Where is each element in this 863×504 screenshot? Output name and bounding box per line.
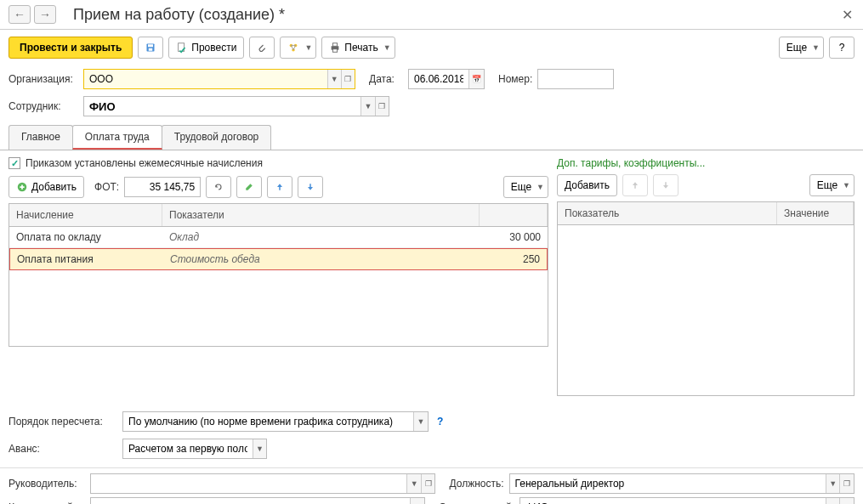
monthly-accruals-label: Приказом установлены ежемесячные начисле… — [26, 157, 263, 169]
nav-back-button[interactable]: ← — [9, 5, 31, 24]
table-row[interactable]: Оплата питания Стоимость обеда 250 — [9, 248, 548, 270]
fot-input[interactable] — [124, 177, 201, 197]
svg-rect-8 — [333, 43, 338, 47]
col-indicator: Показатель — [558, 202, 777, 224]
process-icon — [176, 42, 188, 54]
more-accruals-button[interactable]: Еще ▼ — [503, 176, 548, 198]
open-icon[interactable]: ❐ — [341, 70, 355, 88]
footer: Руководитель: ▼ ❐ Должность: ▼ ❐ Коммент… — [0, 467, 863, 504]
date-input[interactable]: 📅 — [408, 69, 485, 89]
print-button[interactable]: Печать ▼ — [321, 37, 395, 59]
add-indicator-button[interactable]: Добавить — [557, 174, 617, 196]
chevron-down-icon: ▼ — [383, 43, 391, 52]
page-title: Прием на работу (создание) * — [73, 6, 285, 24]
manager-label: Руководитель: — [9, 478, 85, 490]
tab-payment[interactable]: Оплата труда — [72, 125, 162, 150]
tab-contract[interactable]: Трудовой договор — [162, 125, 271, 150]
more-button[interactable]: Еще ▼ — [779, 37, 824, 59]
edit-button[interactable] — [236, 176, 262, 198]
related-button[interactable]: ▼ — [280, 37, 316, 59]
paperclip-icon — [257, 42, 267, 54]
svg-rect-1 — [148, 44, 153, 47]
attach-button[interactable] — [249, 37, 275, 59]
related-icon — [287, 42, 299, 54]
tab-content: ✓ Приказом установлены ежемесячные начис… — [0, 150, 863, 403]
open-icon[interactable]: ❐ — [839, 498, 854, 504]
chevron-down-icon[interactable]: ▼ — [826, 474, 840, 493]
tab-main[interactable]: Главное — [9, 125, 73, 150]
chevron-down-icon: ▼ — [304, 43, 312, 52]
submit-close-button[interactable]: Провести и закрыть — [9, 37, 133, 59]
responsible-input[interactable]: ▼ ❐ — [520, 497, 854, 504]
open-icon[interactable]: ❐ — [421, 474, 435, 493]
calendar-icon[interactable]: 📅 — [468, 70, 484, 88]
advance-select[interactable]: ▼ — [122, 439, 267, 459]
add-accrual-button[interactable]: Добавить — [9, 176, 84, 198]
number-label: Номер: — [498, 73, 532, 85]
titlebar: ← → Прием на работу (создание) * ✕ — [0, 0, 863, 30]
org-label: Организация: — [9, 73, 78, 85]
col-indicators: Показатели — [162, 204, 480, 226]
tabs: Главное Оплата труда Трудовой договор — [0, 125, 863, 150]
advance-label: Аванс: — [9, 443, 117, 455]
chevron-down-icon: ▼ — [537, 183, 544, 191]
save-button[interactable] — [138, 37, 163, 59]
main-toolbar: Провести и закрыть Провести ▼ Печать ▼ Е… — [0, 30, 863, 65]
process-button[interactable]: Провести — [168, 37, 244, 59]
employee-input[interactable]: ▼ ❐ — [83, 96, 389, 116]
move-down-button[interactable] — [298, 176, 323, 198]
chevron-down-icon: ▼ — [812, 43, 820, 52]
number-input[interactable] — [537, 69, 614, 89]
col-value: Значение — [777, 202, 854, 224]
org-input[interactable]: ▼ ❐ — [83, 69, 355, 89]
col-accrual: Начисление — [9, 204, 162, 226]
move-up-right-button[interactable] — [622, 174, 648, 196]
print-icon — [329, 42, 341, 54]
close-icon[interactable]: ✕ — [842, 7, 853, 23]
move-up-button[interactable] — [267, 176, 292, 198]
arrow-down-icon — [661, 179, 671, 191]
recalc-select[interactable]: ▼ — [122, 411, 429, 432]
chevron-down-icon[interactable]: ▼ — [253, 439, 266, 458]
date-label: Дата: — [369, 73, 403, 85]
chevron-down-icon[interactable]: ▼ — [406, 474, 421, 493]
fot-label: ФОТ: — [94, 181, 119, 193]
nav-forward-button[interactable]: → — [34, 5, 56, 24]
refresh-button[interactable] — [206, 176, 231, 198]
more-right-button[interactable]: Еще ▼ — [809, 174, 854, 196]
position-input[interactable]: ▼ ❐ — [509, 473, 854, 494]
table-row[interactable]: Оплата по окладу Оклад 30 000 — [9, 227, 548, 248]
chevron-down-icon[interactable]: ▼ — [413, 412, 428, 431]
ellipsis-icon[interactable]: … — [410, 498, 424, 504]
help-icon[interactable]: ? — [437, 416, 443, 428]
chevron-down-icon: ▼ — [843, 181, 850, 190]
monthly-accruals-checkbox[interactable]: ✓ — [9, 157, 20, 169]
svg-rect-9 — [333, 49, 338, 53]
open-icon[interactable]: ❐ — [375, 97, 389, 116]
chevron-down-icon[interactable]: ▼ — [327, 70, 341, 88]
refresh-icon — [213, 181, 224, 193]
open-icon[interactable]: ❐ — [839, 474, 854, 493]
indicators-grid: Показатель Значение — [557, 201, 854, 396]
position-label: Должность: — [449, 478, 503, 490]
chevron-down-icon[interactable]: ▼ — [361, 97, 374, 116]
pencil-icon — [244, 181, 254, 193]
arrow-up-icon — [630, 179, 640, 191]
recalc-label: Порядок пересчета: — [9, 416, 117, 428]
svg-rect-2 — [149, 48, 153, 51]
manager-input[interactable]: ▼ ❐ — [90, 473, 435, 494]
arrow-down-icon — [305, 181, 315, 193]
arrow-up-icon — [275, 181, 285, 193]
move-down-right-button[interactable] — [653, 174, 678, 196]
extra-rates-link[interactable]: Доп. тарифы, коэффициенты... — [557, 157, 854, 169]
help-button[interactable]: ? — [829, 37, 854, 59]
employee-label: Сотрудник: — [9, 100, 78, 112]
chevron-down-icon[interactable]: ▼ — [826, 498, 840, 504]
accruals-grid: Начисление Показатели Оплата по окладу О… — [9, 203, 548, 347]
comment-input[interactable]: … — [90, 497, 425, 504]
save-icon — [145, 42, 156, 54]
plus-icon — [16, 181, 28, 193]
